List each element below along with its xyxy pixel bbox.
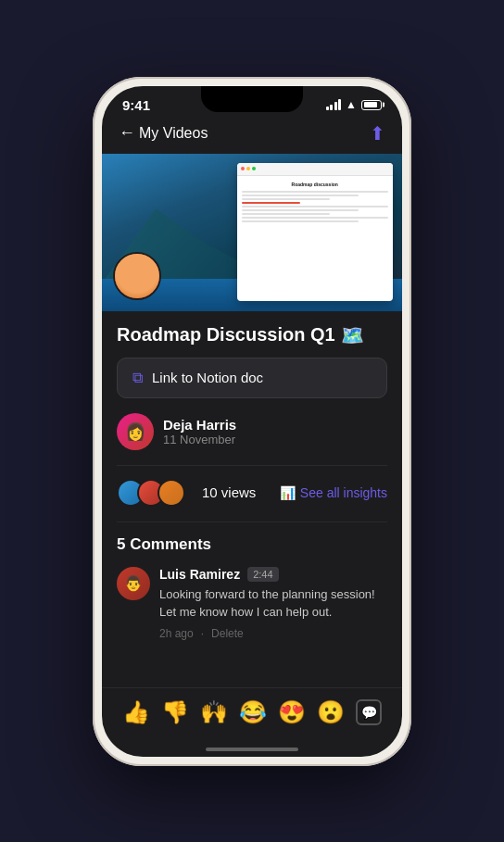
home-indicator [102, 731, 402, 757]
delete-comment-button[interactable]: Delete [211, 627, 244, 640]
notion-link-label: Link to Notion doc [152, 370, 263, 385]
divider-1 [117, 465, 387, 466]
comment-header: Luis Ramirez 2:44 [159, 567, 387, 582]
battery-fill [364, 102, 377, 107]
insights-chart-icon: 📊 [280, 485, 296, 500]
scroll-content[interactable]: Roadmap discussion [102, 154, 402, 687]
commenter-name: Luis Ramirez [159, 567, 240, 582]
comments-section: 5 Comments 👨 Luis Ramirez 2:44 Looking f… [117, 535, 387, 640]
signal-icon [326, 99, 342, 110]
commenter-avatar-emoji: 👨 [124, 574, 143, 592]
views-row: 10 views 📊 See all insights [117, 479, 387, 507]
avatar-face [115, 254, 159, 298]
reaction-thumbs-up[interactable]: 👍 [122, 699, 150, 725]
reaction-laugh[interactable]: 😂 [239, 699, 267, 725]
home-bar [206, 748, 298, 751]
dot-red [241, 167, 245, 170]
nav-bar: ← My Videos ⬆ [102, 117, 402, 154]
screen-line-8 [242, 217, 388, 219]
screen-line-4 [242, 202, 300, 204]
insights-label: See all insights [300, 485, 387, 500]
content-area: Roadmap Discussion Q1 🗺️ ⧉ Link to Notio… [102, 311, 402, 653]
video-thumbnail: Roadmap discussion [102, 154, 402, 311]
back-arrow-icon: ← [119, 123, 135, 143]
external-link-icon: ⧉ [132, 370, 143, 386]
notch [201, 86, 303, 112]
divider-2 [117, 522, 387, 522]
battery-icon [361, 100, 382, 110]
comment-video-timestamp: 2:44 [247, 567, 278, 582]
reaction-surprised[interactable]: 😮 [317, 699, 345, 725]
screen-header [237, 163, 393, 176]
phone-frame: 9:41 ▲ ← My Videos ⬆ [93, 77, 411, 766]
screen-line-1 [242, 191, 388, 193]
viewer-avatars [117, 479, 185, 507]
comment-body: Luis Ramirez 2:44 Looking forward to the… [159, 567, 387, 640]
see-all-insights-button[interactable]: 📊 See all insights [280, 485, 387, 500]
screen-line-2 [242, 195, 359, 196]
video-title-emoji: 🗺️ [341, 324, 364, 346]
reaction-heart-eyes[interactable]: 😍 [278, 699, 306, 725]
status-icons: ▲ [326, 98, 382, 111]
reaction-hands-raised[interactable]: 🙌 [200, 699, 228, 725]
status-time: 9:41 [122, 97, 150, 113]
screen-line-9 [242, 220, 359, 222]
comments-title: 5 Comments [117, 535, 387, 554]
author-info: Deja Harris 11 November [163, 417, 236, 446]
viewer-avatar-3 [158, 479, 185, 507]
back-button[interactable]: ← My Videos [119, 123, 208, 143]
author-avatar: 👩 [117, 413, 154, 450]
notion-link-button[interactable]: ⧉ Link to Notion doc [117, 358, 387, 398]
video-title-row: Roadmap Discussion Q1 🗺️ [117, 324, 387, 346]
author-row: 👩 Deja Harris 11 November [117, 413, 387, 450]
screen-line-3 [242, 198, 330, 200]
screen-line-5 [242, 206, 388, 207]
comment-row: 👨 Luis Ramirez 2:44 Looking forward to t… [117, 567, 387, 640]
add-comment-button[interactable]: 💬 [356, 699, 382, 725]
views-left: 10 views [117, 479, 256, 507]
status-bar: 9:41 ▲ [102, 86, 402, 117]
screen-line-6 [242, 209, 359, 211]
views-count: 10 views [202, 484, 256, 500]
comment-text: Looking forward to the planning session!… [159, 585, 387, 622]
comment-time-ago: 2h ago [159, 627, 194, 640]
screen-content: Roadmap discussion [237, 176, 393, 230]
dot-green [252, 167, 256, 170]
author-avatar-emoji: 👩 [125, 421, 145, 442]
comment-icon: 💬 [361, 705, 377, 720]
phone-screen: 9:41 ▲ ← My Videos ⬆ [102, 86, 402, 757]
reaction-thumbs-down[interactable]: 👎 [161, 699, 189, 725]
screen-line-7 [242, 213, 330, 215]
notion-screen-overlay: Roadmap discussion [237, 163, 393, 302]
nav-title: My Videos [139, 125, 208, 142]
author-name: Deja Harris [163, 417, 236, 433]
dot-yellow [246, 167, 250, 170]
screen-doc-title: Roadmap discussion [242, 182, 388, 187]
author-date: 11 November [163, 433, 236, 446]
host-avatar-thumbnail [113, 252, 161, 300]
reaction-bar: 👍 👎 🙌 😂 😍 😮 💬 [102, 687, 402, 731]
commenter-avatar: 👨 [117, 567, 150, 600]
comment-meta: 2h ago · Delete [159, 627, 387, 640]
video-title-text: Roadmap Discussion Q1 [117, 324, 335, 346]
wifi-icon: ▲ [346, 98, 357, 111]
share-button[interactable]: ⬆ [370, 122, 385, 145]
